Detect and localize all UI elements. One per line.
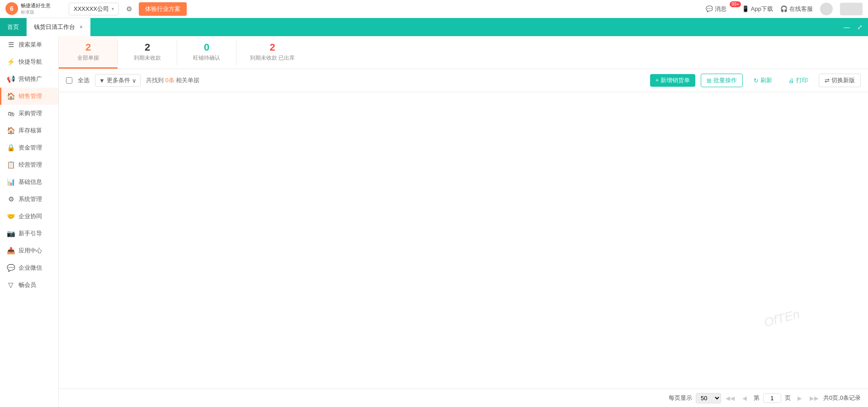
app-download-icon: 📱 (742, 5, 749, 12)
stat-label-overdue: 到期未收款 (134, 54, 161, 62)
basic-info-icon: 📊 (7, 178, 15, 186)
app-download-button[interactable]: 📱 App下载 (742, 5, 773, 13)
marketing-icon: 📢 (7, 75, 15, 83)
toolbar-right: + 新增销货单 ⊞ 批量操作 ↻ 刷新 🖨 打印 ⇄ 切换新版 (650, 74, 861, 87)
active-tab-label: 钱货日清工作台 (34, 23, 75, 31)
company-selector[interactable]: XXXXXX公司 ▾ (69, 3, 119, 15)
sidebar-item-finance[interactable]: 🔒 资金管理 (0, 139, 58, 156)
sales-icon: 🏠 (7, 92, 15, 100)
sidebar-label-marketing: 营销推广 (19, 75, 42, 83)
stat-tab-overdue[interactable]: 2 到期未收款 (118, 36, 177, 69)
sidebar-item-purchase[interactable]: 🛍 采购管理 (0, 105, 58, 122)
sidebar-item-wechat[interactable]: 💬 企业微信 (0, 259, 58, 276)
top-right-area: 💬 消息 99+ 📱 App下载 🎧 在线客服 (706, 3, 863, 15)
tab-daily-work[interactable]: 钱货日清工作台 × (27, 18, 90, 36)
per-page-select[interactable]: 50 20 100 (696, 393, 721, 403)
sidebar: ☰ 搜索菜单 ⚡ 快捷导航 📢 营销推广 🏠 销售管理 🛍 采购管理 🏠 库存核… (0, 36, 59, 407)
table-area (59, 92, 868, 388)
trial-button[interactable]: 体验行业方案 (139, 2, 187, 16)
found-text: 共找到 0条 相关单据 (146, 76, 199, 84)
sidebar-item-app-center[interactable]: 📥 应用中心 (0, 242, 58, 259)
top-bar: 6 畅捷通好生意 标准版 XXXXXX公司 ▾ ⚙ 体验行业方案 💬 消息 99… (0, 0, 868, 18)
last-page-button[interactable]: ▶▶ (809, 393, 820, 403)
search-menu-icon: ☰ (7, 41, 15, 49)
sidebar-label-finance: 资金管理 (19, 144, 42, 152)
sidebar-label-sales: 销售管理 (19, 92, 42, 100)
message-icon: 💬 (706, 5, 713, 12)
stat-label-all: 全部单据 (77, 54, 99, 62)
sidebar-item-basic-info[interactable]: 📊 基础信息 (0, 173, 58, 191)
operations-icon: 📋 (7, 161, 15, 169)
filter-button[interactable]: ▼ 更多条件 ∨ (95, 74, 141, 87)
total-records: 共0页,0条记录 (823, 394, 861, 402)
logo-area: 6 畅捷通好生意 标准版 (5, 2, 64, 15)
sidebar-item-cooperation[interactable]: 🤝 企业协同 (0, 208, 58, 225)
sidebar-item-sales[interactable]: 🏠 销售管理 (0, 88, 58, 105)
tab-navigation: 首页 钱货日清工作台 × — ⤢ (0, 18, 868, 36)
home-tab-label: 首页 (7, 23, 19, 31)
system-icon: ⚙ (7, 195, 15, 203)
current-page-input[interactable] (763, 393, 781, 403)
filter-icon: ▼ (99, 77, 105, 84)
app-download-label: App下载 (751, 5, 773, 13)
sidebar-label-wechat: 企业微信 (19, 264, 42, 272)
filter-chevron-icon: ∨ (132, 77, 137, 84)
main-layout: ☰ 搜索菜单 ⚡ 快捷导航 📢 营销推广 🏠 销售管理 🛍 采购管理 🏠 库存核… (0, 36, 868, 407)
sidebar-label-cooperation: 企业协同 (19, 212, 42, 220)
member-icon: ▽ (7, 281, 15, 289)
tab-minimize-icon[interactable]: — (842, 22, 852, 33)
sidebar-label-inventory: 库存核算 (19, 126, 42, 135)
pagination: 每页显示 50 20 100 ◀◀ ◀ 第 页 ▶ ▶▶ 共0页,0条记录 (59, 388, 868, 407)
first-page-button[interactable]: ◀◀ (725, 393, 736, 403)
sidebar-item-inventory[interactable]: 🏠 库存核算 (0, 122, 58, 139)
sidebar-label-search-menu: 搜索菜单 (19, 41, 42, 49)
sidebar-label-guide: 新手引导 (19, 229, 42, 238)
prev-page-button[interactable]: ◀ (739, 393, 750, 403)
stat-num-all: 2 (85, 42, 91, 53)
online-service-label: 在线客服 (789, 5, 813, 13)
toolbar: 全选 ▼ 更多条件 ∨ 共找到 0条 相关单据 + 新增销货单 ⊞ 批量操作 ↻ (59, 69, 868, 92)
message-button[interactable]: 💬 消息 99+ (706, 5, 735, 13)
batch-operation-button[interactable]: ⊞ 批量操作 (701, 74, 743, 87)
tab-close-icon[interactable]: × (80, 24, 83, 30)
cooperation-icon: 🤝 (7, 212, 15, 220)
refresh-button[interactable]: ↻ 刷新 (748, 74, 778, 87)
switch-new-version-button[interactable]: ⇄ 切换新版 (819, 74, 861, 87)
found-count: 0条 (165, 77, 175, 84)
tab-home[interactable]: 首页 (0, 18, 27, 36)
print-button[interactable]: 🖨 打印 (783, 74, 813, 87)
content-area: 2 全部单据 2 到期未收款 0 旺铺待确认 2 到期未收款 已出库 (59, 36, 868, 407)
settings-button[interactable]: ⚙ (123, 3, 135, 15)
stats-container: 2 全部单据 2 到期未收款 0 旺铺待确认 2 到期未收款 已出库 (59, 36, 868, 69)
stat-tab-all[interactable]: 2 全部单据 (59, 36, 118, 69)
inventory-icon: 🏠 (7, 126, 15, 135)
app-center-icon: 📥 (7, 247, 15, 255)
stat-tab-overdue-shipped[interactable]: 2 到期未收款 已出库 (236, 36, 308, 69)
select-all-checkbox[interactable] (66, 77, 72, 84)
sidebar-item-member[interactable]: ▽ 畅会员 (0, 276, 58, 294)
next-page-button[interactable]: ▶ (794, 393, 805, 403)
sidebar-item-quick-nav[interactable]: ⚡ 快捷导航 (0, 53, 58, 70)
chevron-down-icon: ▾ (112, 6, 114, 11)
select-all-label: 全选 (78, 76, 90, 84)
message-label: 消息 (715, 5, 726, 13)
avatar[interactable] (820, 3, 833, 15)
sidebar-label-app-center: 应用中心 (19, 247, 42, 255)
online-service-button[interactable]: 🎧 在线客服 (780, 5, 813, 13)
batch-icon: ⊞ (707, 77, 712, 84)
stat-tab-pending[interactable]: 0 旺铺待确认 (177, 36, 236, 69)
wechat-icon: 💬 (7, 264, 15, 272)
refresh-icon: ↻ (754, 77, 759, 84)
sidebar-item-system[interactable]: ⚙ 系统管理 (0, 191, 58, 208)
add-sales-order-button[interactable]: + 新增销货单 (650, 74, 695, 87)
tab-maximize-icon[interactable]: ⤢ (855, 22, 864, 33)
user-name-area[interactable] (840, 3, 863, 15)
print-icon: 🖨 (788, 77, 794, 84)
sidebar-label-basic-info: 基础信息 (19, 178, 42, 186)
sidebar-item-search-menu[interactable]: ☰ 搜索菜单 (0, 36, 58, 53)
page-label: 第 (754, 394, 760, 402)
sidebar-item-guide[interactable]: 📷 新手引导 (0, 225, 58, 242)
sidebar-item-operations[interactable]: 📋 经营管理 (0, 156, 58, 173)
sidebar-item-marketing[interactable]: 📢 营销推广 (0, 70, 58, 88)
logo-icon: 6 (5, 2, 18, 15)
